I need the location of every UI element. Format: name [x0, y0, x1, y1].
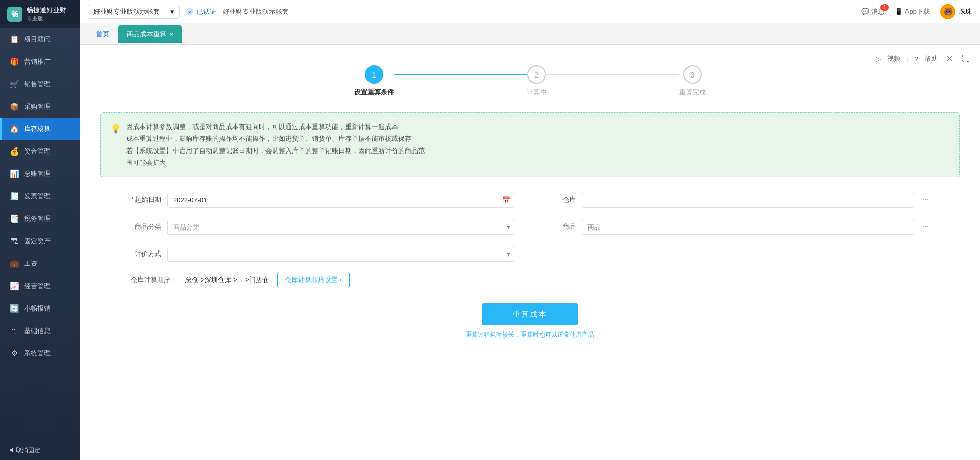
- system-icon: ⚙: [10, 349, 19, 358]
- sidebar-item-label: 工资: [24, 259, 37, 268]
- close-button[interactable]: ✕: [946, 53, 953, 64]
- user-name: 珠珠: [959, 7, 972, 16]
- warehouse-order-value: 总仓->深圳仓库->...->门店仓: [185, 275, 269, 285]
- category-select[interactable]: 商品分类: [167, 220, 514, 235]
- step-3: 3 重算完成: [679, 65, 706, 97]
- step-2-label: 计算中: [527, 88, 547, 97]
- assets-icon: 🏗: [10, 237, 19, 246]
- product-input[interactable]: [582, 220, 914, 235]
- sidebar-item-label: 发票管理: [24, 192, 51, 201]
- help-link[interactable]: 帮助: [924, 54, 938, 63]
- tabbar: 首页 商品成本重算 ×: [80, 23, 980, 45]
- page-content: ▷ 视频 | ? 帮助 ✕ ⛶ 1 设置重算条件 2 计算中 3 重算完: [80, 45, 980, 460]
- sidebar-item-marketing[interactable]: 🎁 营销推广: [0, 50, 80, 73]
- topbar: 好业财专业版演示帐套 ▾ 已认证 好业财专业版演示帐套 💬 消息 1 📱 App…: [80, 0, 980, 23]
- operations-icon: 📈: [10, 282, 19, 291]
- message-icon: 💬: [861, 8, 869, 15]
- sidebar-item-project[interactable]: 📋 项目顾问: [0, 28, 80, 50]
- recalc-button[interactable]: 重算成本: [482, 303, 578, 325]
- recalc-btn-label: 重算成本: [512, 310, 547, 318]
- tab-close-icon[interactable]: ×: [169, 30, 174, 38]
- logo-icon: 畅: [7, 7, 22, 22]
- marketing-icon: 🎁: [10, 57, 19, 66]
- company-select-arrow-icon: ▾: [170, 8, 174, 15]
- warehouse-input[interactable]: [582, 193, 914, 208]
- verified-label: 已认证: [197, 7, 216, 16]
- sidebar-item-label: 资金管理: [24, 147, 51, 156]
- warehouse-more-button[interactable]: ···: [922, 195, 929, 205]
- sidebar-item-invoice[interactable]: 🧾 发票管理: [0, 185, 80, 208]
- start-date-label: *起始日期: [131, 195, 161, 205]
- warehouse-order-row: 仓库计算顺序： 总仓->深圳仓库->...->门店仓 仓库计算顺序设置 ›: [131, 272, 929, 288]
- video-link[interactable]: 视频: [887, 54, 900, 63]
- sidebar-item-purchase[interactable]: 📦 采购管理: [0, 95, 80, 118]
- sidebar-pin-toggle[interactable]: ◀ 取消固定: [0, 441, 80, 460]
- project-icon: 📋: [10, 35, 19, 44]
- sidebar-item-basic[interactable]: 🗂 基础信息: [0, 320, 80, 342]
- step-line-1-2: [394, 74, 527, 75]
- expense-icon: 🔄: [10, 304, 19, 313]
- warehouse-order-label: 仓库计算顺序：: [131, 275, 177, 285]
- purchase-icon: 📦: [10, 102, 19, 111]
- cost-recalc-tab-label: 商品成本重算: [127, 30, 166, 39]
- inventory-icon: 🏠: [10, 124, 19, 134]
- form-grid: *起始日期 📅 仓库 ··· 商品分类 商品分类: [131, 193, 929, 262]
- sidebar-item-assets[interactable]: 🏗 固定资产: [0, 230, 80, 252]
- step-1-label: 设置重算条件: [354, 88, 394, 97]
- sidebar: 畅 畅捷通好业财 专业版 📋 项目顾问 🎁 营销推广 🛒 销售管理 📦 采购管理…: [0, 0, 80, 460]
- app-download-label: App下载: [905, 7, 930, 16]
- sidebar-item-label: 项目顾问: [24, 35, 51, 44]
- sidebar-item-label: 系统管理: [24, 349, 51, 358]
- sidebar-item-expense[interactable]: 🔄 小畅报销: [0, 297, 80, 320]
- step-line-2-3: [547, 74, 679, 75]
- start-date-input[interactable]: [167, 193, 514, 208]
- price-method-row: 计价方式 ▾: [131, 247, 514, 262]
- category-row: 商品分类 商品分类 ▾: [131, 220, 514, 235]
- sidebar-item-tax[interactable]: 📑 税务管理: [0, 208, 80, 230]
- sidebar-item-sales[interactable]: 🛒 销售管理: [0, 73, 80, 95]
- sidebar-item-system[interactable]: ⚙ 系统管理: [0, 342, 80, 365]
- sidebar-item-label: 营销推广: [24, 57, 51, 66]
- company-selector[interactable]: 好业财专业版演示帐套 ▾: [88, 5, 180, 19]
- app-download-button[interactable]: 📱 App下载: [895, 7, 930, 16]
- category-select-wrapper: 商品分类 ▾: [167, 220, 514, 235]
- sidebar-item-operations[interactable]: 📈 经营管理: [0, 275, 80, 297]
- phone-icon: 📱: [895, 8, 903, 15]
- sidebar-item-label: 小畅报销: [24, 304, 51, 313]
- sidebar-item-accounting[interactable]: 📊 总账管理: [0, 163, 80, 185]
- info-box: 💡 因成本计算参数调整，或是对商品成本有疑问时，可以通过成本重算功能，重新计算一…: [100, 112, 960, 177]
- sidebar-item-label: 固定资产: [24, 237, 51, 246]
- stepper: 1 设置重算条件 2 计算中 3 重算完成: [100, 65, 960, 97]
- sidebar-item-label: 销售管理: [24, 80, 51, 89]
- sidebar-item-inventory[interactable]: 🏠 库存核算: [0, 118, 80, 140]
- sidebar-item-finance[interactable]: 💰 资金管理: [0, 140, 80, 163]
- accounting-icon: 📊: [10, 169, 19, 178]
- tab-cost-recalc[interactable]: 商品成本重算 ×: [118, 25, 182, 43]
- salary-icon: 💼: [10, 259, 19, 268]
- price-method-select[interactable]: [167, 247, 514, 262]
- price-method-label: 计价方式: [131, 249, 161, 259]
- start-date-input-wrapper: 📅: [167, 193, 514, 208]
- message-button[interactable]: 💬 消息 1: [861, 7, 885, 16]
- warehouse-row: 仓库 ···: [545, 193, 929, 208]
- warehouse-order-btn-label: 仓库计算顺序设置 ›: [285, 275, 342, 285]
- info-line-1: 因成本计算参数调整，或是对商品成本有疑问时，可以通过成本重算功能，重新计算一遍成…: [126, 121, 425, 133]
- company-select-label: 好业财专业版演示帐套: [93, 7, 160, 16]
- warehouse-order-settings-button[interactable]: 仓库计算顺序设置 ›: [277, 272, 350, 288]
- step-2-circle: 2: [527, 65, 546, 84]
- pin-toggle-label: ◀ 取消固定: [8, 446, 40, 455]
- calendar-icon[interactable]: 📅: [502, 196, 510, 204]
- recalc-hint: 重算过程耗时较长，重算时您可以正常使用产品: [465, 330, 594, 339]
- product-label: 商品: [545, 222, 576, 232]
- divider: |: [906, 55, 908, 63]
- sidebar-item-salary[interactable]: 💼 工资: [0, 252, 80, 275]
- sidebar-item-label: 经营管理: [24, 282, 51, 291]
- expand-icon[interactable]: ⛶: [962, 54, 970, 63]
- sidebar-nav: 📋 项目顾问 🎁 营销推广 🛒 销售管理 📦 采购管理 🏠 库存核算 💰 资金管…: [0, 28, 80, 441]
- product-more-button[interactable]: ···: [922, 222, 929, 232]
- home-tab-label: 首页: [96, 30, 109, 38]
- company-name: 好业财专业版演示帐套: [223, 7, 289, 16]
- tab-home[interactable]: 首页: [88, 25, 117, 43]
- sales-icon: 🛒: [10, 80, 19, 89]
- user-menu[interactable]: 🐻 珠珠: [940, 4, 972, 19]
